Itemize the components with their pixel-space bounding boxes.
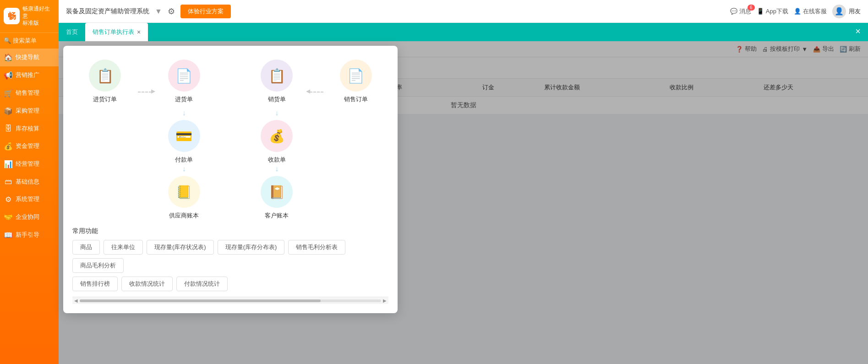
sidebar-item-sales[interactable]: 🛒 销售管理 <box>0 84 59 102</box>
func-btn-receipt-stats[interactable]: 收款情况统计 <box>121 277 173 291</box>
sidebar-item-basic-info[interactable]: 🗃 基础信息 <box>0 173 59 190</box>
sidebar: 畅 畅康通好生意 标准版 🔍 搜索菜单 🏠 快捷导航 📢 营销推广 🛒 销售管理… <box>0 0 59 364</box>
inventory-icon: 🗄 <box>4 125 13 133</box>
tab-close-btn[interactable]: × <box>137 28 141 36</box>
flow-item-supplier-ledger[interactable]: 📒 供应商账本 <box>152 176 217 220</box>
func-btn-payment-stats[interactable]: 付款情况统计 <box>176 277 228 291</box>
message-badge: 6 <box>748 5 755 11</box>
sale-bill-icon: 📋 <box>268 68 285 84</box>
sale-order-label: 销售订单 <box>344 95 368 103</box>
scroll-right-arrow[interactable]: ▶ <box>383 298 387 303</box>
sidebar-item-marketing[interactable]: 📢 营销推广 <box>0 66 59 84</box>
receipt-bill-icon: 💰 <box>269 129 285 144</box>
sales-icon: 🛒 <box>4 89 13 98</box>
flow-item-sale-order[interactable]: 📄 销售订单 <box>323 60 389 103</box>
tab-home[interactable]: 首页 <box>59 23 85 41</box>
modal-scrollbar[interactable]: ◀ ▶ <box>72 297 388 304</box>
sale-order-circle: 📄 <box>340 60 372 92</box>
sidebar-item-beginner[interactable]: 📖 新手引导 <box>0 226 59 244</box>
flow-item-purchase-order[interactable]: 📋 进货订单 <box>72 60 138 103</box>
logo-icon: 畅 <box>4 8 20 24</box>
sidebar-logo: 畅 畅康通好生意 标准版 <box>0 0 59 33</box>
purchase-bill-circle: 📄 <box>168 60 200 92</box>
online-service-btn[interactable]: 👤 在线客服 <box>794 7 827 16</box>
flow-item-payment-bill[interactable]: 💳 付款单 <box>152 120 217 164</box>
func-btn-product[interactable]: 商品 <box>72 240 100 255</box>
sidebar-item-purchase[interactable]: 📦 采购管理 <box>0 102 59 120</box>
message-btn[interactable]: 💬 消息 6 <box>730 7 751 16</box>
trial-btn[interactable]: 体验行业方案 <box>180 5 231 18</box>
app-download-btn[interactable]: 📱 App下载 <box>757 7 788 16</box>
arrow-down-sale: ↓ <box>244 109 310 117</box>
tab-sales-order-exec[interactable]: 销售订单执行表 × <box>85 23 148 41</box>
download-icon: 📱 <box>757 8 764 15</box>
finance-icon: 💰 <box>4 142 13 151</box>
system-title: 装备及固定资产辅助管理系统 <box>66 7 149 16</box>
logo-text: 畅康通好生意 标准版 <box>22 5 55 27</box>
sidebar-item-quick-nav[interactable]: 🏠 快捷导航 <box>0 49 59 66</box>
customer-ledger-circle: 📔 <box>261 176 293 208</box>
func-btn-sales-rank[interactable]: 销售排行榜 <box>72 277 118 291</box>
purchase-bill-icon: 📄 <box>175 68 192 84</box>
sidebar-item-system[interactable]: ⚙ 系统管理 <box>0 190 59 208</box>
flow-item-receipt-bill[interactable]: 💰 收款单 <box>244 120 310 164</box>
sidebar-nav: 🏠 快捷导航 📢 营销推广 🛒 销售管理 📦 采购管理 🗄 库存核算 💰 资金管… <box>0 49 59 364</box>
customer-ledger-icon: 📔 <box>269 185 285 200</box>
arrow-down-payment: ↓ <box>152 165 217 173</box>
message-icon: 💬 <box>730 8 737 15</box>
arrow-left-1: ◀ <box>310 76 323 87</box>
func-btn-stock-dist[interactable]: 现存量(库存分布表) <box>218 240 285 255</box>
dropdown-icon[interactable]: ▼ <box>155 7 162 16</box>
purchase-icon: 📦 <box>4 107 13 115</box>
func-btn-product-profit[interactable]: 商品毛利分析 <box>72 258 124 273</box>
arrow-down-purchase: ↓ <box>152 109 217 117</box>
flow-item-customer-ledger[interactable]: 📔 客户账本 <box>244 176 310 220</box>
func-btn-sales-profit[interactable]: 销售毛利分析表 <box>288 240 345 255</box>
arrow-right-1: ▶ <box>138 76 152 87</box>
supplier-ledger-label: 供应商账本 <box>169 212 199 220</box>
sidebar-item-finance[interactable]: 💰 资金管理 <box>0 137 59 155</box>
payment-bill-icon: 💳 <box>175 128 192 144</box>
system-icon: ⚙ <box>4 195 13 204</box>
purchase-order-icon: 📋 <box>97 68 114 84</box>
collab-icon: 🤝 <box>4 213 13 222</box>
tabbar: 首页 销售订单执行表 × × <box>59 23 868 41</box>
flow-item-purchase-bill[interactable]: 📄 进货单 <box>152 60 217 103</box>
close-tab-btn[interactable]: × <box>855 26 861 37</box>
quick-nav-modal: 📋 进货订单 ▶ 📄 进货单 <box>63 46 398 313</box>
scroll-left-arrow[interactable]: ◀ <box>74 298 78 303</box>
flow-item-sale-bill[interactable]: 📋 销货单 <box>244 60 310 103</box>
common-functions-title: 常用功能 <box>72 227 388 235</box>
receipt-bill-label: 收款单 <box>268 156 286 164</box>
arrow-down-receipt: ↓ <box>244 165 310 173</box>
common-functions: 常用功能 商品 往来单位 现存量(库存状况表) 现存量(库存分布表) 销售毛利分… <box>72 227 388 291</box>
marketing-icon: 📢 <box>4 71 13 80</box>
sidebar-item-collab[interactable]: 🤝 企业协同 <box>0 208 59 226</box>
func-buttons-row1: 商品 往来单位 现存量(库存状况表) 现存量(库存分布表) 销售毛利分析表 商品… <box>72 240 388 273</box>
sidebar-search[interactable]: 🔍 搜索菜单 <box>0 33 59 49</box>
user-name: 用友 <box>849 7 861 16</box>
settings-icon[interactable]: ⚙ <box>168 6 175 16</box>
supplier-ledger-icon: 📒 <box>176 185 192 200</box>
search-icon: 🔍 <box>4 37 11 44</box>
user-area[interactable]: 👤 用友 <box>832 5 861 18</box>
purchase-order-circle: 📋 <box>89 60 121 92</box>
quick-nav-icon: 🏠 <box>4 53 13 62</box>
scroll-thumb <box>80 299 321 302</box>
operations-icon: 📊 <box>4 160 13 168</box>
receipt-bill-circle: 💰 <box>261 120 293 152</box>
payment-bill-label: 付款单 <box>175 156 193 164</box>
service-icon: 👤 <box>794 8 801 15</box>
purchase-order-label: 进货订单 <box>93 95 117 103</box>
func-btn-stock-status[interactable]: 现存量(库存状况表) <box>147 240 214 255</box>
sidebar-item-inventory[interactable]: 🗄 库存核算 <box>0 120 59 137</box>
payment-bill-circle: 💳 <box>168 120 200 152</box>
basic-info-icon: 🗃 <box>4 178 13 186</box>
sidebar-item-operations[interactable]: 📊 经营管理 <box>0 155 59 173</box>
sale-order-icon: 📄 <box>347 68 364 84</box>
user-avatar: 👤 <box>832 5 846 18</box>
func-btn-contacts[interactable]: 往来单位 <box>104 240 143 255</box>
scroll-track <box>80 299 381 302</box>
modal-overlay[interactable]: 📋 进货订单 ▶ 📄 进货单 <box>59 41 868 364</box>
sale-bill-circle: 📋 <box>261 60 293 92</box>
